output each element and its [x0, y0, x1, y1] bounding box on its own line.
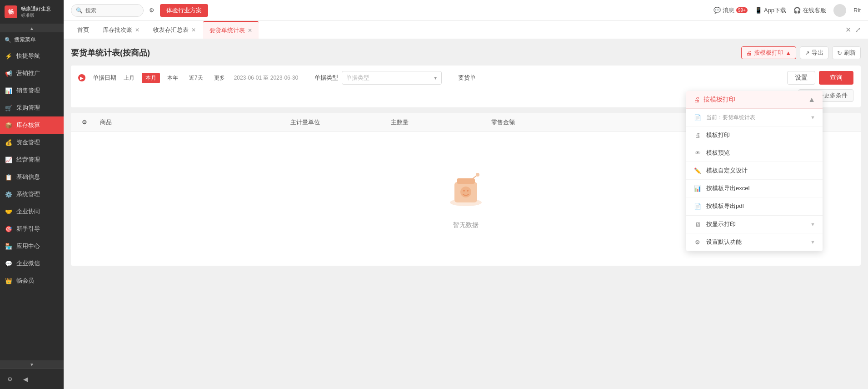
dropdown-current[interactable]: 📄 当前：要货单统计表 ▼ [686, 109, 823, 126]
sidebar-bottom: ⚙ ◀ [0, 369, 64, 389]
message-badge: 99+ [736, 7, 748, 13]
print-dropdown-title: 🖨 按模板打印 [693, 96, 735, 104]
app-icon: 📱 [755, 7, 762, 14]
date-btn-last-month[interactable]: 上月 [120, 73, 138, 83]
operation-icon: 📈 [5, 156, 13, 164]
user-avatar[interactable] [833, 4, 846, 17]
search-icon: 🔍 [5, 37, 11, 43]
current-icon: 📄 [693, 113, 702, 121]
online-service-action[interactable]: 🎧 在线客服 [793, 6, 826, 15]
sidebar-item-finance[interactable]: 💰 资金管理 [0, 134, 64, 151]
date-btn-more[interactable]: 更多 [210, 73, 229, 83]
sidebar-item-guide[interactable]: 🎯 新手引导 [0, 220, 64, 237]
finance-icon: 💰 [5, 138, 13, 147]
print-dropdown: 🖨 按模板打印 ▲ 📄 当前：要货单统计表 ▼ 🖨 模板打印 👁 模板预览 ✏️ [686, 91, 823, 251]
sidebar-item-sales[interactable]: 📊 销售管理 [0, 82, 64, 99]
th-unit: 主计量单位 [285, 118, 385, 126]
tab-close-all[interactable]: ✕ [845, 25, 851, 34]
export-icon: ↗ [805, 50, 810, 56]
th-settings[interactable]: ⚙ [76, 119, 95, 126]
sidebar-item-operation[interactable]: 📈 经营管理 [0, 151, 64, 168]
date-range-display: 2023-06-01 至 2023-06-30 [234, 74, 298, 82]
query-button[interactable]: 查询 [819, 71, 853, 85]
tab-maximize[interactable]: ⤢ [855, 25, 861, 34]
sidebar-item-basic[interactable]: 📋 基础信息 [0, 168, 64, 186]
app-download-action[interactable]: 📱 App下载 [755, 6, 786, 15]
refresh-icon: ↻ [837, 50, 842, 56]
settings-bottom-icon[interactable]: ⚙ [5, 374, 15, 384]
template-excel-icon: 📊 [693, 184, 702, 192]
tab-collection-summary[interactable]: 收发存汇总表 ✕ [147, 21, 202, 39]
tab-batch-account[interactable]: 库存批次账 ✕ [96, 21, 146, 39]
print-template-button[interactable]: 🖨 按模板打印 ▲ [741, 46, 796, 59]
date-btn-7days[interactable]: 近7天 [185, 73, 207, 83]
sidebar-item-purchase[interactable]: 🛒 采购管理 [0, 99, 64, 116]
basic-icon: 📋 [5, 173, 13, 181]
sidebar-scroll-down[interactable]: ▼ [0, 360, 64, 369]
export-button[interactable]: ↗ 导出 [800, 46, 828, 59]
right-actions: 🖨 按模板打印 ▲ ↗ 导出 ↻ 刷新 [741, 46, 861, 59]
dropdown-template-pdf[interactable]: 📄 按模板导出pdf [686, 197, 823, 215]
date-btn-this-month[interactable]: 本月 [142, 73, 160, 83]
settings-button[interactable]: 设置 [787, 71, 815, 85]
print-dropdown-close-icon[interactable]: ▲ [808, 96, 815, 104]
dropdown-template-design[interactable]: ✏️ 模板自定义设计 [686, 162, 823, 180]
display-print-arrow-icon: ▼ [810, 222, 815, 227]
collapse-icon[interactable]: ◀ [20, 374, 31, 384]
tab-order-stats[interactable]: 要货单统计表 ✕ [203, 21, 259, 39]
sidebar-item-app-center[interactable]: 🏪 应用中心 [0, 237, 64, 255]
member-icon: 👑 [5, 277, 13, 285]
date-btn-this-year[interactable]: 本年 [164, 73, 182, 83]
service-icon: 🎧 [793, 7, 801, 14]
logo-icon: 畅 [5, 5, 17, 18]
refresh-button[interactable]: ↻ 刷新 [832, 46, 861, 59]
template-print-icon: 🖨 [693, 131, 702, 139]
tab-close-batch-account[interactable]: ✕ [135, 27, 140, 33]
print-dropdown-header: 🖨 按模板打印 ▲ [686, 91, 823, 109]
sidebar-item-inventory[interactable]: 📦 库存核算 [0, 116, 64, 134]
sidebar-item-cooperation[interactable]: 🤝 企业协同 [0, 203, 64, 220]
dropdown-template-preview[interactable]: 👁 模板预览 [686, 144, 823, 162]
sidebar-item-member[interactable]: 👑 畅会员 [0, 272, 64, 289]
sidebar-search[interactable]: 🔍 搜索菜单 [0, 32, 64, 47]
dropdown-display-print[interactable]: 🖥 按显示打印 ▼ [686, 216, 823, 233]
sidebar-scroll-up[interactable]: ▲ [0, 24, 64, 32]
topbar-search-input[interactable] [85, 7, 139, 14]
type-select-chevron: ▼ [433, 76, 438, 81]
type-select[interactable]: 单据类型 ▼ [342, 71, 442, 85]
template-preview-icon: 👁 [693, 149, 702, 157]
trial-button[interactable]: 体验行业方案 [160, 4, 208, 17]
filter-row-1: ▶ 单据日期 上月 本月 本年 近7天 更多 2023-06-01 至 2023… [78, 71, 853, 85]
type-label: 单据类型 [314, 74, 338, 82]
sidebar-item-system[interactable]: ⚙️ 系统管理 [0, 186, 64, 203]
quick-nav-icon: ⚡ [5, 52, 13, 60]
svg-point-7 [476, 173, 479, 177]
page-title: 要货单统计表(按商品) [71, 47, 150, 58]
topbar-search-container[interactable]: 🔍 [71, 4, 144, 17]
topbar-settings-icon[interactable]: ⚙ [149, 7, 155, 14]
sidebar-item-marketing[interactable]: 📢 营销推广 [0, 65, 64, 82]
message-action[interactable]: 💬 消息 99+ [713, 6, 748, 15]
sidebar-item-wechat[interactable]: 💬 企业微信 [0, 255, 64, 272]
print-chevron-up-icon: ▲ [785, 50, 791, 56]
system-icon: ⚙️ [5, 190, 13, 198]
marketing-icon: 📢 [5, 69, 13, 77]
print-dropdown-icon: 🖨 [693, 96, 700, 103]
svg-point-5 [467, 190, 469, 192]
app-center-icon: 🏪 [5, 242, 13, 250]
dropdown-template-print[interactable]: 🖨 模板打印 [686, 126, 823, 144]
topbar-search-icon: 🔍 [76, 7, 83, 14]
dropdown-template-excel[interactable]: 📊 按模板导出excel [686, 180, 823, 197]
logo-text: 畅康通好生意 标准版 [21, 5, 51, 18]
filter-collapse-icon[interactable]: ▶ [78, 74, 85, 81]
display-print-icon: 🖥 [693, 220, 702, 228]
sidebar-item-quick-nav[interactable]: ⚡ 快捷导航 [0, 47, 64, 65]
tab-close-collection-summary[interactable]: ✕ [191, 27, 196, 33]
dropdown-default-func[interactable]: ⚙ 设置默认功能 ▼ [686, 233, 823, 251]
tab-home[interactable]: 首页 [71, 21, 95, 39]
sales-icon: 📊 [5, 86, 13, 95]
topbar-actions: 💬 消息 99+ 📱 App下载 🎧 在线客服 Rit [713, 4, 861, 17]
content-area: 要货单统计表(按商品) 🖨 按模板打印 ▲ ↗ 导出 ↻ 刷新 [64, 39, 868, 389]
tab-close-order-stats[interactable]: ✕ [248, 27, 252, 34]
empty-text: 暂无数据 [453, 221, 479, 229]
